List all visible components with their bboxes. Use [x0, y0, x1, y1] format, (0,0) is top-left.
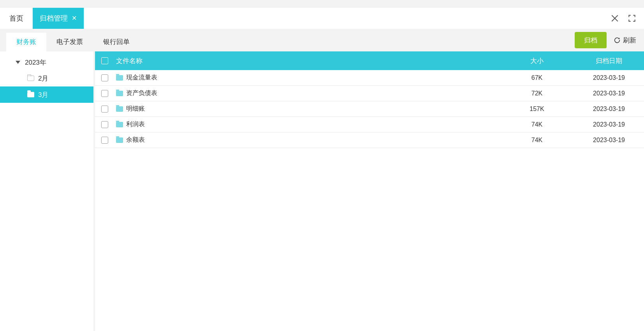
- file-name: 利润表: [126, 120, 145, 129]
- sidebar: 2023年 2月 3月: [0, 51, 93, 331]
- file-name: 现金流量表: [126, 74, 157, 82]
- content-area: 2023年 2月 3月 文件名称 大小 归档日期 现金流量表 67K 202: [0, 51, 644, 331]
- file-date: 2023-03-19: [574, 90, 644, 97]
- fullscreen-icon[interactable]: [628, 14, 636, 23]
- file-size: 74K: [500, 121, 574, 128]
- year-label: 2023年: [25, 58, 46, 67]
- toolbar: 财务账 电子发票 银行回单 归档 刷新: [0, 29, 644, 51]
- folder-icon: [27, 92, 34, 97]
- table-header: 文件名称 大小 归档日期: [95, 51, 644, 70]
- row-checkbox[interactable]: [101, 90, 108, 97]
- header-date: 归档日期: [574, 56, 644, 65]
- toolbar-tab-einvoice[interactable]: 电子发票: [46, 33, 93, 51]
- close-icon[interactable]: [611, 14, 619, 23]
- file-size: 74K: [500, 137, 574, 144]
- file-folder-icon: [116, 106, 123, 112]
- file-folder-icon: [116, 122, 123, 127]
- toolbar-tab-finance[interactable]: 财务账: [6, 33, 46, 51]
- file-folder-icon: [116, 137, 123, 143]
- file-date: 2023-03-19: [574, 74, 644, 81]
- tab-home[interactable]: 首页: [0, 8, 33, 29]
- tree-month-mar[interactable]: 3月: [0, 86, 93, 103]
- file-name: 余额表: [126, 136, 145, 144]
- table-row[interactable]: 资产负债表 72K 2023-03-19: [95, 86, 644, 101]
- toolbar-tab-bank[interactable]: 银行回单: [93, 33, 140, 51]
- month-label: 3月: [38, 90, 48, 99]
- row-checkbox[interactable]: [101, 121, 108, 128]
- row-checkbox[interactable]: [101, 137, 108, 144]
- table-row[interactable]: 利润表 74K 2023-03-19: [95, 117, 644, 132]
- month-label: 2月: [38, 74, 48, 83]
- main-panel: 文件名称 大小 归档日期 现金流量表 67K 2023-03-19 资产负债表 …: [95, 51, 644, 331]
- close-tab-icon[interactable]: ✕: [72, 15, 77, 21]
- header-size: 大小: [500, 56, 574, 65]
- file-date: 2023-03-19: [574, 106, 644, 113]
- top-spacer: [0, 0, 644, 8]
- tab-label: 归档管理: [40, 14, 68, 23]
- file-size: 67K: [500, 74, 574, 81]
- file-date: 2023-03-19: [574, 137, 644, 144]
- file-date: 2023-03-19: [574, 121, 644, 128]
- table-body: 现金流量表 67K 2023-03-19 资产负债表 72K 2023-03-1…: [95, 70, 644, 148]
- file-folder-icon: [116, 91, 123, 96]
- table-row[interactable]: 余额表 74K 2023-03-19: [95, 132, 644, 148]
- file-folder-icon: [116, 75, 123, 81]
- caret-down-icon: [16, 61, 20, 64]
- refresh-button[interactable]: 刷新: [614, 36, 636, 45]
- window-buttons: [611, 14, 644, 23]
- row-checkbox[interactable]: [101, 74, 108, 81]
- tab-bar: 首页 归档管理 ✕: [0, 8, 644, 29]
- tab-archive-management[interactable]: 归档管理 ✕: [33, 8, 84, 29]
- file-size: 72K: [500, 90, 574, 97]
- refresh-icon: [614, 37, 621, 44]
- table-row[interactable]: 现金流量表 67K 2023-03-19: [95, 70, 644, 86]
- select-all-checkbox[interactable]: [101, 57, 108, 64]
- folder-icon: [27, 76, 34, 81]
- toolbar-actions: 归档 刷新: [575, 32, 636, 48]
- tree-month-feb[interactable]: 2月: [0, 70, 93, 86]
- file-name: 资产负债表: [126, 89, 157, 97]
- file-name: 明细账: [126, 105, 145, 113]
- table-row[interactable]: 明细账 157K 2023-03-19: [95, 101, 644, 117]
- header-name: 文件名称: [114, 56, 500, 65]
- tree-year-node[interactable]: 2023年: [0, 55, 93, 70]
- row-checkbox[interactable]: [101, 106, 108, 113]
- archive-button[interactable]: 归档: [575, 32, 607, 48]
- refresh-label: 刷新: [623, 36, 636, 45]
- file-size: 157K: [500, 106, 574, 113]
